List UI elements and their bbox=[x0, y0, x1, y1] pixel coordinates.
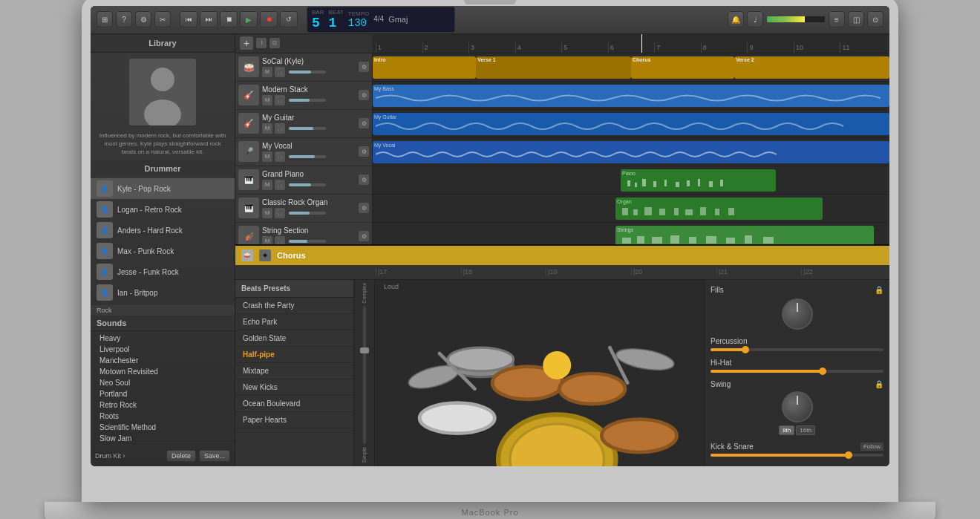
preset-ocean[interactable]: Ocean Boulevard bbox=[235, 396, 353, 412]
sound-slow-jam[interactable]: Slow Jam bbox=[91, 433, 235, 444]
drummer-item-ian[interactable]: 👤 Ian - Britpop bbox=[91, 282, 235, 303]
lane-piano[interactable]: Piano bbox=[373, 166, 889, 195]
lane-modern-stack[interactable]: My Bass bbox=[373, 82, 889, 110]
mute-btn-guitar[interactable]: M bbox=[262, 123, 272, 134]
percussion-slider[interactable] bbox=[710, 348, 883, 351]
drummer-item-jesse[interactable]: 👤 Jesse - Funk Rock bbox=[91, 261, 235, 282]
clip-strings[interactable]: Strings bbox=[615, 226, 874, 244]
drummer-item-logan[interactable]: 👤 Logan - Retro Rock bbox=[91, 199, 235, 220]
complexity-slider[interactable] bbox=[363, 306, 366, 444]
complexity-handle[interactable] bbox=[360, 347, 369, 353]
info-btn[interactable]: ? bbox=[116, 11, 132, 27]
smart-controls-btn[interactable]: ⊙ bbox=[867, 11, 883, 27]
tuner-btn[interactable]: ♩ bbox=[747, 11, 763, 27]
preset-paper[interactable]: Paper Hearts bbox=[235, 412, 353, 428]
clip-piano[interactable]: Piano bbox=[621, 169, 776, 192]
sound-neo-soul[interactable]: Neo Soul bbox=[91, 377, 235, 388]
mute-btn-vocal[interactable]: M bbox=[262, 151, 272, 162]
mute-btn-strings[interactable]: M bbox=[262, 236, 272, 244]
sound-scientific[interactable]: Scientific Method bbox=[91, 422, 235, 433]
settings-btn-stack[interactable]: ⚙ bbox=[359, 90, 369, 100]
volume-strings[interactable] bbox=[289, 240, 326, 243]
volume-organ[interactable] bbox=[289, 212, 326, 215]
lane-guitar[interactable]: My Guitar bbox=[373, 110, 889, 138]
settings-btn[interactable]: ⚙ bbox=[135, 11, 151, 27]
preset-new-kicks[interactable]: New Kicks bbox=[235, 379, 353, 396]
sound-manchester[interactable]: Manchester bbox=[91, 355, 235, 366]
sound-heavy[interactable]: Heavy bbox=[91, 333, 235, 344]
kick-handle[interactable] bbox=[845, 451, 852, 459]
hihat-handle[interactable] bbox=[819, 368, 826, 375]
lane-vocal[interactable]: My Vocal bbox=[373, 138, 889, 166]
volume-vocal[interactable] bbox=[289, 155, 326, 158]
editor-btn[interactable]: ◫ bbox=[848, 11, 864, 27]
swing-lock-icon[interactable]: 🔒 bbox=[875, 380, 883, 388]
sound-portland[interactable]: Portland bbox=[91, 388, 235, 399]
preset-crash[interactable]: Crash the Party bbox=[235, 298, 353, 314]
hihat-slider[interactable] bbox=[710, 370, 883, 373]
play-btn[interactable]: ▶ bbox=[240, 11, 258, 27]
clip-intro[interactable]: Intro bbox=[373, 56, 476, 79]
lane-strings[interactable]: Strings bbox=[373, 223, 889, 244]
clip-verse1[interactable]: Verse 1 bbox=[476, 56, 631, 79]
add-track-button[interactable]: + bbox=[240, 36, 253, 50]
drummer-item-kyle[interactable]: 👤 Kyle - Pop Rock bbox=[91, 178, 235, 199]
clip-vocal[interactable]: My Vocal bbox=[373, 141, 889, 163]
preset-halfpipe[interactable]: Half-pipe bbox=[235, 347, 353, 363]
mute-btn-organ[interactable]: M bbox=[262, 208, 272, 218]
scissors-btn[interactable]: ✂ bbox=[154, 11, 171, 27]
headphone-btn-strings[interactable]: 🎧 bbox=[275, 236, 285, 244]
rewind-btn[interactable]: ⏮ bbox=[180, 11, 197, 27]
preset-golden[interactable]: Golden State bbox=[235, 330, 353, 347]
note-8th-btn[interactable]: 8th bbox=[779, 425, 794, 435]
clip-chorus[interactable]: Chorus bbox=[631, 56, 734, 79]
volume-stack[interactable] bbox=[289, 99, 326, 102]
headphone-btn-piano[interactable]: 🎧 bbox=[275, 180, 285, 190]
lane-organ[interactable]: Organ bbox=[373, 195, 889, 223]
mute-btn-socal[interactable]: M bbox=[262, 67, 272, 77]
snap-btn[interactable]: ⌇ bbox=[256, 38, 267, 48]
record-btn[interactable]: ⏺ bbox=[260, 11, 278, 27]
follow-badge[interactable]: Follow bbox=[860, 443, 883, 451]
forward-btn[interactable]: ⏭ bbox=[200, 11, 218, 27]
note-16th-btn[interactable]: 16th bbox=[796, 425, 815, 435]
percussion-handle[interactable] bbox=[742, 346, 749, 353]
sounds-list[interactable]: Heavy Liverpool Manchester Motown Revisi… bbox=[91, 331, 235, 444]
headphone-btn-stack[interactable]: 🎧 bbox=[275, 95, 285, 105]
fills-lock-icon[interactable]: 🔒 bbox=[875, 286, 883, 294]
lane-socal[interactable]: Intro Verse 1 Chorus bbox=[373, 53, 889, 82]
volume-guitar[interactable] bbox=[289, 127, 326, 130]
zoom-btn[interactable]: ⊡ bbox=[270, 38, 280, 48]
volume-socal[interactable] bbox=[289, 71, 326, 74]
settings-btn-organ[interactable]: ⚙ bbox=[359, 203, 369, 213]
headphone-btn-socal[interactable]: 🎧 bbox=[275, 67, 285, 77]
sound-liverpool[interactable]: Liverpool bbox=[91, 344, 235, 355]
drummer-item-max[interactable]: 👤 Max - Punk Rock bbox=[91, 241, 235, 261]
headphone-btn-vocal[interactable]: 🎧 bbox=[275, 151, 285, 162]
settings-btn-guitar[interactable]: ⚙ bbox=[359, 118, 369, 128]
library-btn[interactable]: ⊞ bbox=[97, 11, 113, 27]
mute-btn-piano[interactable]: M bbox=[262, 180, 272, 190]
clip-bass[interactable]: My Bass bbox=[373, 85, 889, 107]
preset-mixtape[interactable]: Mixtape bbox=[235, 363, 353, 379]
kick-slider[interactable] bbox=[710, 454, 883, 457]
fills-knob[interactable] bbox=[782, 298, 813, 330]
mute-btn-stack[interactable]: M bbox=[262, 95, 272, 105]
metronome-btn[interactable]: 🔔 bbox=[728, 11, 744, 27]
sound-roots[interactable]: Roots bbox=[91, 411, 235, 422]
cycle-btn[interactable]: ↺ bbox=[280, 11, 298, 27]
save-button[interactable]: Save... bbox=[199, 450, 230, 462]
stop-btn[interactable]: ⏹ bbox=[220, 11, 238, 27]
settings-btn-strings[interactable]: ⚙ bbox=[359, 231, 369, 241]
drummer-item-anders[interactable]: 👤 Anders - Hard Rock bbox=[91, 220, 235, 241]
volume-piano[interactable] bbox=[289, 183, 326, 186]
sound-motown[interactable]: Motown Revisited bbox=[91, 366, 235, 377]
drum-visual[interactable] bbox=[375, 293, 704, 466]
headphone-btn-organ[interactable]: 🎧 bbox=[275, 208, 285, 218]
clip-organ[interactable]: Organ bbox=[615, 198, 822, 220]
clip-verse2[interactable]: Verse 2 bbox=[734, 56, 889, 79]
swing-knob[interactable] bbox=[782, 391, 813, 422]
settings-btn-socal[interactable]: ⚙ bbox=[359, 62, 369, 72]
preset-echo[interactable]: Echo Park bbox=[235, 314, 353, 330]
clip-guitar[interactable]: My Guitar bbox=[373, 113, 889, 135]
